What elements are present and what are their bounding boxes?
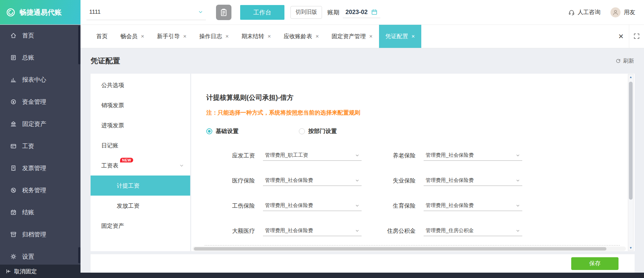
tab-label: 凭证配置: [385, 32, 408, 40]
tab-receivable-aging[interactable]: 应收账龄表 ×: [277, 24, 325, 48]
tab-voucher-config[interactable]: 凭证配置 ×: [379, 24, 421, 48]
scroll-down-icon[interactable]: ▼: [628, 246, 633, 250]
sidebar-item-archive[interactable]: 归档管理: [0, 223, 80, 246]
refresh-button[interactable]: 刷新: [615, 58, 634, 65]
username[interactable]: 用友: [624, 8, 635, 16]
submenu-item-fixed-assets[interactable]: 固定资产: [91, 216, 190, 236]
submenu-item-accrue-salary[interactable]: 计提工资: [91, 176, 190, 196]
clipboard-button[interactable]: [216, 5, 231, 20]
tab-newbie-guide[interactable]: 新手引导 ×: [151, 24, 193, 48]
vertical-scrollbar[interactable]: ▲ ▼: [628, 74, 634, 251]
switch-old-version-button[interactable]: 切到旧版: [290, 6, 322, 19]
main-area: 首页 畅会员 × 新手引导 × 操作日志 × 期末结转 × 应收账龄表 ×: [80, 24, 644, 278]
field-label: 医疗保险: [206, 177, 255, 185]
sidebar-item-tax-management[interactable]: 税务管理: [0, 179, 80, 201]
select-work-injury-insurance[interactable]: 管理费用_社会保险费: [263, 200, 362, 211]
sidebar-scrollbar[interactable]: [78, 24, 80, 278]
period-label: 账期: [327, 8, 339, 16]
field-label: 应发工资: [206, 152, 255, 159]
home-icon: [10, 32, 17, 39]
select-large-medical[interactable]: 管理费用_社会保险费: [263, 225, 362, 236]
form-field: 应发工资 管理费用_职工工资: [206, 150, 367, 161]
page-title: 凭证配置: [91, 56, 120, 66]
submenu-item-label: 日记账: [101, 142, 118, 149]
field-label: 住房公积金: [367, 227, 416, 235]
submenu-item-journal[interactable]: 日记账: [91, 135, 190, 155]
chevron-down-icon: [355, 153, 360, 158]
tab-fixed-asset-management[interactable]: 固定资产管理 ×: [325, 24, 379, 48]
topbar: 畅捷通易代账 1111 工作台 切到旧版 账期 2023-02 人工咨询 用友: [0, 0, 644, 24]
workbench-button[interactable]: 工作台: [240, 5, 284, 20]
select-pension-insurance[interactable]: 管理费用_社会保险费: [424, 150, 522, 161]
select-unemployment-insurance[interactable]: 管理费用_社会保险费: [424, 175, 522, 186]
tab-close-icon[interactable]: ×: [268, 33, 271, 39]
horizontal-scrollbar[interactable]: [193, 247, 626, 251]
sidebar-scrollbar-thumb-bottom[interactable]: [78, 247, 80, 263]
select-payable-salary[interactable]: 管理费用_职工工资: [263, 150, 362, 161]
submenu-item-salary-sheet[interactable]: 工资表 NEW: [91, 155, 190, 176]
avatar[interactable]: [610, 7, 621, 17]
horizontal-scrollbar-thumb[interactable]: [194, 247, 606, 251]
tab-close-icon[interactable]: ×: [316, 33, 319, 39]
percent-icon: [10, 187, 17, 194]
clipboard-icon: [219, 8, 228, 17]
sidebar-item-label: 归档管理: [22, 230, 46, 238]
tab-period-end-carryover[interactable]: 期末结转 ×: [235, 24, 277, 48]
sidebar: 首页 总账 报表中心 资金管理 固定资产 工资 发票管理 税务管理 结账 归档管…: [0, 24, 80, 278]
tab-label: 新手引导: [157, 32, 180, 40]
submenu-item-label: 工资表: [101, 162, 118, 169]
sidebar-item-funds[interactable]: 资金管理: [0, 91, 80, 113]
sidebar-item-salary[interactable]: 工资: [0, 135, 80, 157]
period-picker[interactable]: 2023-02: [343, 7, 380, 18]
sidebar-scrollbar-thumb[interactable]: [78, 26, 80, 64]
tab-close-icon[interactable]: ×: [141, 33, 144, 39]
tab-chang-member[interactable]: 畅会员 ×: [114, 24, 151, 48]
select-maternity-insurance[interactable]: 管理费用_社会保险费: [424, 200, 522, 211]
form-field: 大额医疗 管理费用_社会保险费: [206, 225, 367, 236]
support-link[interactable]: 人工咨询: [568, 8, 600, 16]
submenu-item-purchase-invoice[interactable]: 进项发票: [91, 115, 190, 135]
unpin-button[interactable]: 取消固定: [0, 265, 80, 278]
submenu-item-label: 发放工资: [117, 202, 140, 210]
sidebar-item-home[interactable]: 首页: [0, 24, 80, 47]
select-value: 管理费用_社会保险费: [426, 152, 474, 158]
form-field: 生育保险 管理费用_社会保险费: [367, 200, 522, 211]
radio-basic-setting[interactable]: 基础设置: [206, 127, 238, 135]
radio-department-setting[interactable]: 按部门设置: [299, 127, 337, 135]
vertical-scrollbar-thumb[interactable]: [629, 82, 633, 200]
sidebar-item-invoice-management[interactable]: 发票管理: [0, 157, 80, 179]
scroll-up-icon[interactable]: ▲: [628, 75, 633, 79]
sidebar-item-label: 设置: [22, 253, 34, 261]
radio-label: 按部门设置: [308, 127, 337, 135]
submenu-item-sales-invoice[interactable]: 销项发票: [91, 95, 190, 115]
brand-name: 畅捷通易代账: [19, 8, 62, 17]
account-select[interactable]: 1111: [87, 5, 206, 20]
unpin-label: 取消固定: [14, 268, 37, 275]
tab-close-icon[interactable]: ×: [369, 33, 373, 39]
select-medical-insurance[interactable]: 管理费用_社会保险费: [263, 175, 362, 186]
tab-operation-log[interactable]: 操作日志 ×: [193, 24, 235, 48]
sidebar-item-closing[interactable]: 结账: [0, 201, 80, 223]
submenu-item-label: 计提工资: [117, 182, 140, 190]
sidebar-item-fixed-assets[interactable]: 固定资产: [0, 113, 80, 135]
select-value: 管理费用_社会保险费: [265, 177, 313, 184]
sidebar-item-general-ledger[interactable]: 总账: [0, 47, 80, 69]
sidebar-item-report-center[interactable]: 报表中心: [0, 69, 80, 91]
select-housing-fund[interactable]: 管理费用_住房公积金: [424, 225, 522, 236]
tab-close-icon[interactable]: ×: [225, 33, 229, 39]
save-button[interactable]: 保存: [571, 257, 619, 270]
tab-close-icon[interactable]: ×: [183, 33, 186, 39]
fullscreen-button[interactable]: [629, 24, 644, 48]
tab-label: 应收账龄表: [284, 32, 312, 40]
tab-home[interactable]: 首页: [90, 24, 114, 48]
user-icon: [612, 9, 619, 16]
tab-close-icon[interactable]: ×: [412, 33, 415, 39]
close-icon[interactable]: ×: [613, 32, 629, 41]
submenu-item-common-options[interactable]: 公共选项: [91, 75, 190, 95]
tab-label: 畅会员: [120, 32, 138, 40]
submenu-item-label: 进项发票: [101, 122, 124, 129]
submenu-panel: 公共选项 销项发票 进项发票 日记账 工资表 NEW 计提工资 发放工资: [91, 74, 190, 251]
form-field: 住房公积金 管理费用_住房公积金: [367, 225, 522, 236]
submenu-item-pay-salary[interactable]: 发放工资: [91, 196, 190, 216]
app-logo: 畅捷通易代账: [0, 0, 80, 24]
